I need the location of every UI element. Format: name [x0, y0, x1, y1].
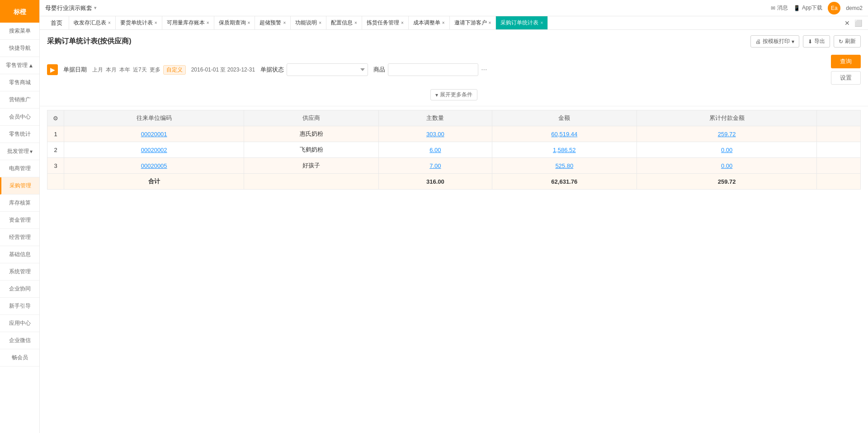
top-nav-tabs: 首页 收发存汇总表 × 要货单统计表 × 可用量库存账本 × 保质期查询 × 超… [40, 16, 868, 30]
row-qty-2[interactable]: 6.00 [379, 142, 492, 158]
tab-cost-adjust[interactable]: 成本调整单 × [409, 16, 450, 30]
tab-order-stats[interactable]: 要货单统计表 × [116, 16, 162, 30]
filter-area: ▶ 单据日期 上月 本月 本年 近7天 更多 自定义 2016-01-01 至 … [40, 51, 868, 106]
shortcut-this-month[interactable]: 本月 [106, 66, 117, 74]
page-content: 采购订单统计表(按供应商) 🖨 按模板打印 ▾ ⬇ 导出 ↻ 刷新 [40, 30, 868, 433]
close-icon[interactable]: × [540, 20, 543, 25]
row-no-3: 3 [47, 158, 64, 174]
goods-filter-label: 商品 [373, 66, 385, 74]
sidebar-item-member-center[interactable]: 会员中心 [0, 109, 39, 126]
date-shortcuts: 上月 本月 本年 近7天 更多 自定义 [92, 65, 186, 75]
row-qty-1[interactable]: 303.00 [379, 126, 492, 142]
sidebar-item-business-mgmt[interactable]: 经营管理 [0, 229, 39, 246]
close-icon[interactable]: × [155, 20, 157, 25]
close-icon[interactable]: × [283, 20, 286, 25]
sidebar-item-retail-mall[interactable]: 零售商城 [0, 74, 39, 91]
tab-function-description[interactable]: 功能说明 × [291, 16, 326, 30]
col-paid: 累计付款金额 [637, 110, 816, 126]
row-qty-3[interactable]: 7.00 [379, 158, 492, 174]
status-select[interactable] [287, 63, 368, 76]
workspace-selector[interactable]: 母婴行业演示账套 ▾ [45, 4, 97, 12]
row-amount-3[interactable]: 525.80 [492, 158, 637, 174]
shortcut-last-month[interactable]: 上月 [92, 66, 103, 74]
expand-more-button[interactable]: ▾ 展开更多条件 [430, 89, 477, 100]
close-icon[interactable]: × [442, 20, 445, 25]
sidebar-item-basic-info[interactable]: 基础信息 [0, 246, 39, 263]
settings-button[interactable]: 设置 [831, 71, 861, 85]
row-code-3[interactable]: 00020005 [64, 158, 244, 174]
sidebar-item-wholesale-mgmt[interactable]: 批发管理 ▾ [0, 143, 39, 160]
sidebar-item-finance-mgmt[interactable]: 资金管理 [0, 212, 39, 229]
message-icon: ✉ [771, 5, 775, 11]
tab-available-inventory[interactable]: 可用量库存账本 × [162, 16, 214, 30]
close-icon[interactable]: × [248, 20, 250, 25]
tab-config-info[interactable]: 配置信息 × [326, 16, 362, 30]
logo-icon: 标橙 [11, 5, 29, 18]
row-code-1[interactable]: 00020001 [64, 126, 244, 142]
shortcut-7-days[interactable]: 近7天 [133, 66, 147, 74]
download-icon: 📱 [793, 5, 800, 11]
sidebar-item-retail-stats[interactable]: 零售统计 [0, 126, 39, 143]
tab-receive-send-summary[interactable]: 收发存汇总表 × [69, 16, 116, 30]
app-download-btn[interactable]: 📱 App下载 [793, 4, 822, 12]
sidebar-item-enterprise-wechat[interactable]: 企业微信 [0, 332, 39, 349]
export-icon: ⬇ [808, 38, 812, 45]
tab-home[interactable]: 首页 [44, 16, 69, 30]
table-row: 2 00020002 飞鹤奶粉 6.00 1,586.52 0.00 [47, 142, 861, 158]
close-icon[interactable]: × [401, 20, 404, 25]
app-logo[interactable]: 标橙 [0, 0, 39, 23]
user-name[interactable]: demo2 [846, 5, 863, 11]
tab-overstock-alert[interactable]: 超储预警 × [255, 16, 291, 30]
close-icon[interactable]: × [108, 20, 111, 25]
goods-filter-input[interactable] [388, 63, 478, 76]
sidebar-item-purchase-mgmt[interactable]: 采购管理 [0, 177, 39, 195]
sidebar-item-app-center[interactable]: 应用中心 [0, 315, 39, 332]
row-paid-3[interactable]: 0.00 [637, 158, 816, 174]
filter-toggle-button[interactable]: ▶ [47, 64, 58, 75]
sidebar-item-ecommerce-mgmt[interactable]: 电商管理 [0, 160, 39, 177]
tab-invite-downstream[interactable]: 邀请下游客户 × [450, 16, 496, 30]
goods-filter-more-icon[interactable]: ··· [481, 66, 487, 74]
message-btn[interactable]: ✉ 消息 [771, 4, 788, 12]
tab-pick-task-mgmt[interactable]: 拣货任务管理 × [362, 16, 409, 30]
row-no-1: 1 [47, 126, 64, 142]
close-icon[interactable]: × [319, 20, 321, 25]
footer-amount: 62,631.76 [492, 174, 637, 190]
goods-filter-field: 商品 ··· [373, 63, 487, 76]
table-area: ⚙ 往来单位编码 供应商 主数量 金额 累计付款金额 1 00020001 惠氏… [40, 110, 868, 197]
row-code-2[interactable]: 00020002 [64, 142, 244, 158]
shortcut-more[interactable]: 更多 [150, 66, 160, 74]
sidebar-search[interactable]: 搜索菜单 [0, 23, 39, 40]
user-avatar[interactable]: Ea [828, 2, 840, 14]
shortcut-this-year[interactable]: 本年 [119, 66, 130, 74]
date-range-display: 2016-01-01 至 2023-12-31 [191, 66, 255, 74]
row-amount-1[interactable]: 60,519.44 [492, 126, 637, 142]
row-paid-1[interactable]: 259.72 [637, 126, 816, 142]
sidebar-item-retail-mgmt[interactable]: 零售管理 ▲ [0, 57, 39, 74]
print-icon: 🖨 [755, 38, 761, 45]
query-button[interactable]: 查询 [831, 55, 861, 68]
close-icon[interactable]: × [207, 20, 209, 25]
close-icon[interactable]: × [489, 20, 491, 25]
maximize-btn[interactable]: ⬜ [853, 18, 863, 29]
sidebar-item-marketing[interactable]: 营销推广 [0, 91, 39, 109]
page-title: 采购订单统计表(按供应商) [47, 37, 132, 46]
row-paid-2[interactable]: 0.00 [637, 142, 816, 158]
sidebar-item-quick-nav[interactable]: 快捷导航 [0, 40, 39, 57]
row-amount-2[interactable]: 1,586.52 [492, 142, 637, 158]
sidebar-item-enterprise-collab[interactable]: 企业协同 [0, 281, 39, 298]
sidebar-item-new-guide[interactable]: 新手引导 [0, 298, 39, 315]
sidebar-item-inventory-accounting[interactable]: 库存核算 [0, 195, 39, 212]
tab-purchase-order-stats[interactable]: 采购订单统计表 × [496, 16, 548, 30]
sidebar-item-system-mgmt[interactable]: 系统管理 [0, 263, 39, 281]
print-button[interactable]: 🖨 按模板打印 ▾ [750, 35, 799, 48]
col-code: 往来单位编码 [64, 110, 244, 126]
tab-expiry-query[interactable]: 保质期查询 × [214, 16, 255, 30]
close-all-tabs-btn[interactable]: ✕ [842, 18, 853, 29]
refresh-button[interactable]: ↻ 刷新 [834, 35, 861, 48]
sidebar-item-chang-member[interactable]: 畅会员 [0, 349, 39, 366]
custom-date-badge[interactable]: 自定义 [163, 65, 186, 75]
header-right: ✉ 消息 📱 App下载 Ea demo2 [771, 2, 863, 14]
close-icon[interactable]: × [354, 20, 357, 25]
export-button[interactable]: ⬇ 导出 [803, 35, 830, 48]
